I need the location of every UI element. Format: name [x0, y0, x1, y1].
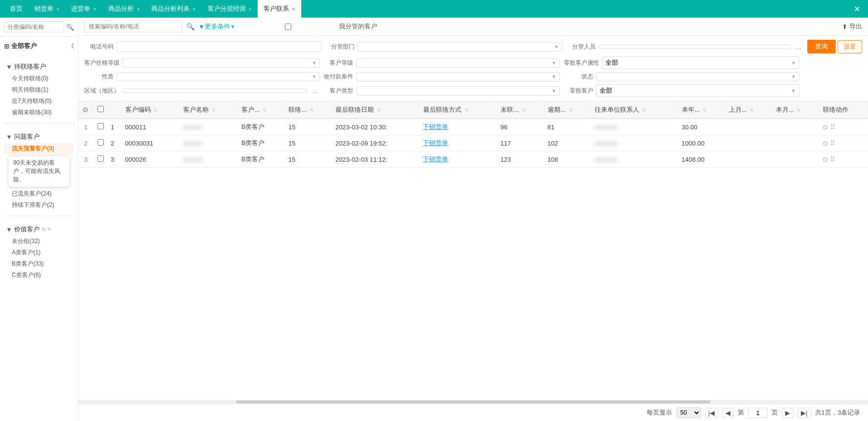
sort-icon-way: ⇅: [464, 107, 468, 113]
th-unit-contact[interactable]: 往来单位联系人 ⇅: [591, 101, 678, 119]
filter-row-3: 性质 ▼ 收付款条件 ▼ 状态: [84, 72, 862, 81]
sidebar-item-c-class[interactable]: C类客户(6): [4, 270, 74, 281]
th-level[interactable]: 客户... ⇅: [239, 101, 286, 119]
sidebar-item-churn-warning[interactable]: 流失预警客户(3): [4, 143, 74, 154]
sidebar-item-today[interactable]: 今天待联络(0): [4, 73, 74, 84]
action-grid-icon-3[interactable]: ⠿: [830, 155, 835, 163]
search-button[interactable]: 🔍: [186, 23, 194, 30]
value-settings-icon[interactable]: ✎: [47, 226, 51, 233]
action-link-icon-2[interactable]: ⊙: [822, 139, 828, 147]
first-page-button[interactable]: |◀: [705, 408, 718, 418]
th-overdue[interactable]: 逾期... ⇅: [545, 101, 592, 119]
row-unit-3: ■■■■■■: [591, 151, 678, 168]
th-this-month[interactable]: 本月... ⇅: [772, 101, 820, 119]
last-page-button[interactable]: ▶|: [797, 408, 811, 418]
sidebar-item-declining[interactable]: 持续下滑客户(2): [4, 199, 74, 211]
tab-sales[interactable]: 销货单 ×: [28, 0, 65, 18]
action-grid-icon-2[interactable]: ⠿: [830, 139, 835, 147]
sidebar-all-customers-header[interactable]: ⊞ 全部客户 《: [4, 40, 74, 52]
sidebar-problem-title[interactable]: ▼ 问题客户: [4, 130, 74, 143]
action-link-icon-1[interactable]: ⊙: [822, 123, 828, 131]
price-level-select[interactable]: ▼: [122, 58, 320, 68]
region-select[interactable]: [122, 89, 308, 93]
th-this-year[interactable]: 本年... ⇅: [678, 101, 725, 119]
export-button[interactable]: ⬆ 导出: [842, 22, 862, 31]
nature-select[interactable]: ▼: [117, 72, 320, 81]
action-link-icon-3[interactable]: ⊙: [822, 155, 828, 163]
window-close-button[interactable]: ✕: [850, 4, 864, 14]
sort-icon-lmonth: ⇅: [749, 107, 753, 113]
row-way-3[interactable]: 下销货单: [420, 151, 497, 168]
row-checkbox-2[interactable]: [93, 135, 108, 151]
manager-ellipsis[interactable]: ...: [794, 43, 803, 50]
th-last-contact-way[interactable]: 最后联络方式 ⇅: [420, 101, 497, 119]
per-page-select[interactable]: 50 100 200: [676, 407, 701, 418]
customer-type-select[interactable]: ▼: [356, 86, 559, 96]
main-layout: 🔍 ⊞ 全部客户 《 ▼ 待联络客户 今天待联络(0) 明天待联络(1) 近7天…: [0, 18, 868, 421]
sidebar-item-unclassified[interactable]: 未分组(32): [4, 236, 74, 247]
close-customer-layer-tab[interactable]: ×: [249, 6, 252, 12]
sidebar-search-icon[interactable]: 🔍: [66, 24, 74, 31]
next-page-button[interactable]: ▶: [782, 408, 794, 418]
close-goods-list-tab[interactable]: ×: [193, 6, 195, 12]
close-customer-contact-tab[interactable]: ×: [292, 6, 295, 12]
th-checkbox[interactable]: [93, 101, 108, 119]
search-input[interactable]: [84, 21, 182, 32]
scrollbar-thumb[interactable]: [236, 400, 710, 403]
th-last-contact-date[interactable]: 最后联络日期 ⇅: [333, 101, 420, 119]
tab-goods-list[interactable]: 商品分析列表 ×: [145, 0, 201, 18]
tab-goods-analysis[interactable]: 商品分析 ×: [102, 0, 145, 18]
sidebar-item-tomorrow[interactable]: 明天待联络(1): [4, 84, 74, 96]
query-button[interactable]: 查询: [807, 40, 836, 53]
sidebar-item-7days[interactable]: 近7天待联络(0): [4, 96, 74, 107]
retail-select[interactable]: 全部 ▼: [596, 84, 799, 97]
status-select[interactable]: ▼: [596, 72, 799, 81]
filter-customer-type: 客户类型 ▼: [324, 86, 559, 96]
close-sales-tab[interactable]: ×: [56, 6, 59, 12]
sidebar-pending-title[interactable]: ▼ 待联络客户: [4, 60, 74, 73]
sidebar-item-overdue[interactable]: 逾期未联络(30): [4, 107, 74, 118]
value-edit-icon[interactable]: ↻: [42, 226, 46, 233]
row-thismonth-1: [772, 119, 820, 135]
payment-select[interactable]: ▼: [356, 72, 559, 81]
row-way-2[interactable]: 下销货单: [420, 135, 497, 151]
sidebar-search-input[interactable]: [4, 22, 64, 32]
customer-level-select[interactable]: ▼: [356, 58, 559, 68]
more-conditions-button[interactable]: ▼ 更多条件 ▼: [198, 22, 235, 31]
sidebar-item-churned[interactable]: 已流失客户(24): [4, 188, 74, 199]
prev-page-button[interactable]: ◀: [722, 408, 734, 418]
table-body: 1 1 000011 ■■■■■ B类客户 15 2023-03-02 10:3…: [78, 119, 868, 168]
th-name[interactable]: 客户名称 ⇅: [180, 101, 239, 119]
page-input[interactable]: [748, 408, 768, 418]
th-last-month[interactable]: 上月... ⇅: [725, 101, 772, 119]
row-checkbox-1[interactable]: [93, 119, 108, 135]
tab-customer-layer[interactable]: 客户分层经营 ×: [202, 0, 258, 18]
th-contact[interactable]: 联络... ⇅: [286, 101, 333, 119]
th-uncontact[interactable]: 未联... ⇅: [498, 101, 545, 119]
horizontal-scrollbar[interactable]: [78, 400, 868, 404]
home-tab[interactable]: 首页: [4, 4, 28, 13]
close-purchase-tab[interactable]: ×: [93, 6, 96, 12]
retail-attr-select[interactable]: 全部 ▼: [602, 56, 799, 69]
settings-button[interactable]: 设置: [838, 40, 862, 53]
dept-select[interactable]: ▼: [358, 42, 562, 51]
row-index-2: 2: [78, 135, 93, 151]
phone-input[interactable]: [117, 41, 321, 52]
my-customers-label[interactable]: 我分管的客户: [239, 22, 377, 31]
sidebar-item-a-class[interactable]: A类客户(1): [4, 247, 74, 258]
region-ellipsis[interactable]: ...: [311, 87, 320, 95]
action-grid-icon-1[interactable]: ⠿: [830, 123, 835, 131]
sidebar-item-b-class[interactable]: B类客户(33): [4, 258, 74, 270]
tab-customer-contact[interactable]: 客户联系 ×: [258, 0, 301, 18]
manager-select[interactable]: [599, 45, 791, 49]
row-way-1[interactable]: 下销货单: [420, 119, 497, 135]
th-code[interactable]: 客户编码 ⇅: [122, 101, 180, 119]
select-all-checkbox[interactable]: [97, 106, 104, 112]
tab-purchase[interactable]: 进货单 ×: [65, 0, 102, 18]
sidebar-value-title[interactable]: ▼ 价值客户 ↻ ✎: [4, 223, 74, 236]
th-settings[interactable]: ⚙: [78, 101, 93, 119]
close-goods-analysis-tab[interactable]: ×: [137, 6, 140, 12]
my-customers-checkbox[interactable]: [239, 24, 337, 30]
row-checkbox-3[interactable]: [93, 151, 108, 168]
table-settings-icon[interactable]: ⚙: [82, 106, 89, 114]
